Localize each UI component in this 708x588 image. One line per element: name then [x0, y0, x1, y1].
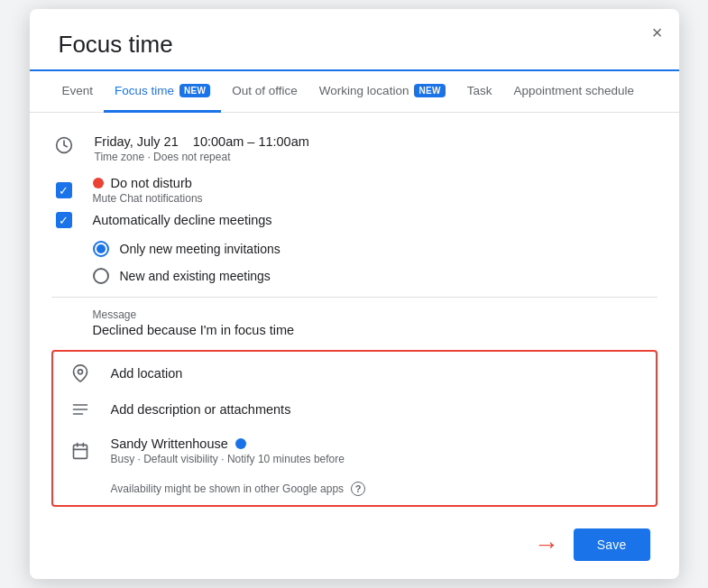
- date-sub: Time zone · Does not repeat: [95, 151, 657, 163]
- add-location-row[interactable]: Add location: [53, 355, 656, 391]
- auto-decline-checkbox[interactable]: ✓: [51, 212, 77, 228]
- red-arrow-icon: →: [534, 530, 559, 559]
- save-button[interactable]: Save: [574, 528, 650, 561]
- calendar-sub: Busy · Default visibility · Notify 10 mi…: [111, 453, 345, 465]
- radio-only-new[interactable]: Only new meeting invitations: [93, 235, 679, 262]
- calendar-icon: [68, 442, 93, 460]
- close-button[interactable]: ×: [648, 20, 667, 45]
- radio-section: Only new meeting invitations New and exi…: [93, 235, 679, 289]
- calendar-dot: [235, 438, 246, 449]
- tabs-bar: Event Focus time NEW Out of office Worki…: [30, 71, 679, 113]
- dnd-sub: Mute Chat notifications: [93, 192, 203, 205]
- footer: → Save: [30, 514, 679, 561]
- tab-task[interactable]: Task: [456, 71, 503, 113]
- divider-1: [51, 297, 657, 298]
- tab-appointment-schedule[interactable]: Appointment schedule: [502, 71, 645, 113]
- dnd-dot: [93, 178, 104, 188]
- tab-event[interactable]: Event: [51, 71, 105, 113]
- focus-time-new-badge: NEW: [179, 84, 210, 97]
- tab-focus-time[interactable]: Focus time NEW: [104, 71, 221, 113]
- add-location-label: Add location: [111, 366, 183, 381]
- dnd-checkbox[interactable]: ✓: [51, 182, 77, 198]
- svg-point-1: [78, 370, 82, 374]
- help-icon[interactable]: ?: [351, 482, 365, 496]
- arrow-hint: →: [534, 530, 559, 559]
- event-dialog: × Focus time Event Focus time NEW Out of…: [30, 9, 679, 579]
- do-not-disturb-row: ✓ Do not disturb Mute Chat notifications: [30, 170, 679, 207]
- auto-decline-label: Automatically decline meetings: [93, 213, 272, 227]
- dialog-title: Focus time: [30, 9, 679, 71]
- date-time-row: Friday, July 21 10:00am – 11:00am Time z…: [30, 127, 679, 170]
- description-icon: [68, 400, 93, 418]
- date-time-value: Friday, July 21 10:00am – 11:00am: [95, 134, 657, 149]
- add-description-row[interactable]: Add description or attachments: [53, 391, 656, 427]
- availability-note: Availability might be shown in other Goo…: [111, 482, 345, 495]
- calendar-name: Sandy Writtenhouse: [111, 436, 228, 451]
- location-icon: [68, 364, 93, 382]
- radio-new-existing[interactable]: New and existing meetings: [93, 262, 679, 289]
- add-description-label: Add description or attachments: [111, 402, 291, 417]
- calendar-row[interactable]: Sandy Writtenhouse Busy · Default visibi…: [53, 427, 656, 474]
- clock-icon: [51, 136, 77, 154]
- auto-decline-row: ✓ Automatically decline meetings: [30, 207, 679, 230]
- dialog-content: Friday, July 21 10:00am – 11:00am Time z…: [30, 113, 679, 561]
- dnd-label: Do not disturb: [111, 176, 192, 190]
- working-location-new-badge: NEW: [414, 84, 445, 97]
- tab-out-of-office[interactable]: Out of office: [221, 71, 308, 113]
- availability-row: Availability might be shown in other Goo…: [53, 474, 656, 501]
- message-section: Message Declined because I'm in focus ti…: [30, 305, 679, 345]
- highlight-box: Add location Add description or attachme…: [51, 350, 657, 507]
- svg-rect-5: [73, 445, 87, 458]
- message-label: Message: [93, 308, 657, 321]
- tab-working-location[interactable]: Working location NEW: [308, 71, 456, 113]
- message-value: Declined because I'm in focus time: [93, 323, 657, 337]
